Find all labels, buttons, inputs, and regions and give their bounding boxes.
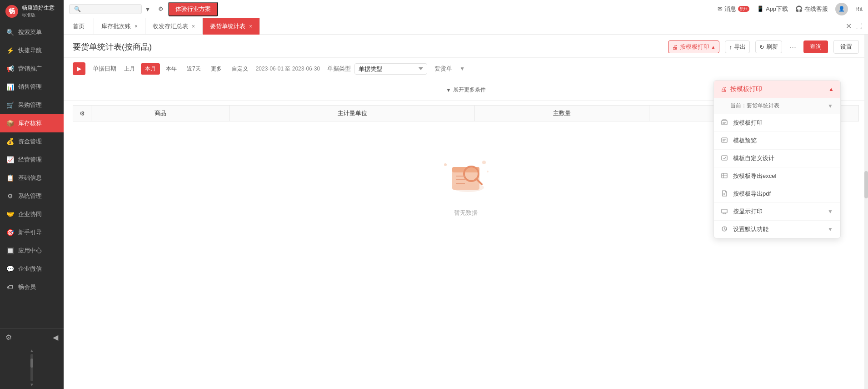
export-excel-icon (721, 172, 728, 180)
query-btn[interactable]: 查询 (803, 40, 828, 53)
template-print-btn[interactable]: 🖨 按模板打印 ▲ (668, 40, 720, 53)
sidebar-item-marketing[interactable]: 📢 营销推广 (0, 60, 64, 78)
dropdown-item-display-print[interactable]: 按显示打印 ▼ (714, 203, 840, 221)
settings-btn[interactable]: 设置 (833, 40, 859, 54)
sidebar-item-label: 库存核算 (18, 119, 42, 127)
headset-icon: 🎧 (795, 5, 803, 12)
dropdown-item-export-excel[interactable]: 按模板导出excel (714, 167, 840, 185)
date-btn-custom[interactable]: 自定义 (228, 63, 252, 75)
app-version: 标准版 (22, 12, 55, 18)
sidebar-item-purchase[interactable]: 🛒 采购管理 (0, 96, 64, 114)
message-icon: ✉ (718, 5, 723, 12)
tab-order-stats-close[interactable]: × (249, 23, 252, 30)
sidebar-item-sales[interactable]: 📊 销售管理 (0, 78, 64, 96)
page-title: 要货单统计表(按商品) (73, 41, 152, 52)
dropdown-item-set-default[interactable]: 设置默认功能 ▼ (714, 221, 840, 238)
template-preview-label: 模板预览 (733, 136, 757, 145)
topbar-gear-icon[interactable]: ⚙ (158, 5, 164, 12)
type-select[interactable]: 单据类型 (354, 63, 427, 75)
message-btn[interactable]: ✉ 消息 99+ (718, 5, 749, 13)
sidebar-item-wechat[interactable]: 💬 企业微信 (0, 260, 64, 278)
date-btn-7days[interactable]: 近7天 (183, 63, 205, 75)
tab-home[interactable]: 首页 (64, 18, 94, 35)
sidebar-item-guide[interactable]: 🎯 新手引导 (0, 223, 64, 242)
sidebar-item-apps[interactable]: 🔲 应用中心 (0, 242, 64, 260)
dropdown-item-template-print[interactable]: 按模板打印 (714, 114, 840, 132)
more-filter-dropdown[interactable]: ▼ (456, 62, 469, 75)
template-print-item-icon (721, 119, 728, 127)
refresh-btn[interactable]: ↻ 刷新 (755, 40, 782, 53)
export-label: 导出 (734, 43, 746, 51)
app-logo-icon: 畅 (5, 5, 18, 18)
svg-rect-18 (722, 156, 727, 160)
template-design-icon (721, 155, 728, 162)
filter-expand-icon[interactable]: ▶ (73, 62, 85, 75)
scroll-down-btn[interactable]: ▼ (30, 382, 34, 387)
collapse-icon[interactable]: ◀ (53, 333, 58, 342)
more-actions-icon[interactable]: ··· (789, 42, 796, 52)
date-filter-label: 单据日期 (93, 65, 116, 73)
window-maximize-btn[interactable]: ⛶ (855, 22, 863, 30)
app-download-btn[interactable]: 📱 App下载 (757, 5, 788, 13)
sidebar-item-inventory[interactable]: 📦 库存核算 (0, 114, 64, 132)
tab-order-stats[interactable]: 要货单统计表 × (203, 18, 260, 35)
template-print-dropdown: 🖨 按模板打印 ▲ 当前：要货单统计表 ▼ 按模板打印 模板预览 (713, 80, 841, 238)
scroll-up-btn[interactable]: ▲ (30, 348, 34, 353)
trial-btn[interactable]: 体验行业方案 (168, 2, 218, 16)
export-btn[interactable]: ↑ 导出 (725, 40, 750, 53)
dropdown-close-arrow[interactable]: ▲ (828, 86, 834, 92)
sidebar-item-label: 销售管理 (18, 83, 42, 91)
online-service-btn[interactable]: 🎧 在线客服 (795, 5, 828, 13)
window-close-btn[interactable]: ✕ (846, 22, 852, 30)
dropdown-item-export-pdf[interactable]: 按模板导出pdf (714, 185, 840, 203)
settings-bottom-icon[interactable]: ⚙ (5, 333, 12, 342)
message-badge: 99+ (738, 6, 749, 12)
sidebar-item-basic[interactable]: 📋 基础信息 (0, 169, 64, 187)
dropdown-item-template-preview[interactable]: 模板预览 (714, 132, 840, 150)
display-print-icon (721, 208, 728, 216)
th-quantity: 主数量 (475, 106, 649, 121)
sales-icon: 📊 (5, 82, 15, 91)
th-settings[interactable]: ⚙ (73, 106, 91, 121)
tab-receive-summary-close[interactable]: × (192, 23, 195, 30)
export-pdf-label: 按模板导出pdf (733, 190, 771, 198)
tab-inventory-batch-close[interactable]: × (135, 23, 138, 30)
collab-icon: 🤝 (5, 210, 15, 219)
user-avatar[interactable]: 👤 (835, 3, 848, 15)
gear-icon: ⚙ (80, 110, 85, 117)
export-icon: ↑ (729, 44, 732, 51)
date-btn-this-year[interactable]: 本年 (162, 63, 181, 75)
sidebar-item-member[interactable]: 🏷 畅会员 (0, 278, 64, 296)
sidebar-logo: 畅 畅康通好生意 标准版 (0, 0, 64, 23)
sidebar-item-search[interactable]: 🔍 搜索菜单 (0, 23, 64, 41)
tab-receive-summary[interactable]: 收发存汇总表 × (145, 18, 203, 35)
date-btn-this-month[interactable]: 本月 (141, 63, 160, 75)
date-btn-last-month[interactable]: 上月 (120, 63, 139, 75)
sidebar-item-quicknav[interactable]: ⚡ 快捷导航 (0, 41, 64, 60)
sidebar-scrollbar-thumb (30, 359, 33, 368)
th-unit: 主计量单位 (230, 106, 475, 121)
search-icon: 🔍 (5, 28, 15, 37)
printer-header-icon: 🖨 (720, 86, 727, 93)
sidebar-item-label: 系统管理 (18, 192, 42, 200)
dropdown-header[interactable]: 🖨 按模板打印 ▲ (714, 81, 840, 98)
sidebar-item-system[interactable]: ⚙ 系统管理 (0, 187, 64, 205)
svg-point-9 (482, 161, 486, 164)
apps-icon: 🔲 (5, 246, 15, 255)
page-content: 要货单统计表(按商品) 🖨 按模板打印 ▲ ↑ 导出 ↻ 刷新 ··· 查询 设… (64, 35, 868, 389)
tab-inventory-batch[interactable]: 库存批次账 × (94, 18, 145, 35)
date-btn-more[interactable]: 更多 (207, 63, 226, 75)
sidebar-item-operations[interactable]: 📈 经营管理 (0, 151, 64, 169)
dropdown-item-template-design[interactable]: 模板自定义设计 (714, 150, 840, 167)
page-scrollbar[interactable] (864, 35, 868, 389)
sidebar-bottom: ⚙ ◀ (0, 328, 64, 346)
sidebar-item-finance[interactable]: 💰 资金管理 (0, 132, 64, 151)
set-default-arrow: ▼ (828, 226, 833, 232)
dropdown-current-item[interactable]: 当前：要货单统计表 ▼ (714, 98, 840, 114)
date-filter-group: 单据日期 上月 本月 本年 近7天 更多 自定义 2023-06-01 至 20… (93, 63, 320, 75)
guide-icon: 🎯 (5, 228, 15, 237)
empty-svg (439, 149, 493, 203)
expand-icon: ▼ (446, 87, 451, 93)
topbar-dropdown-arrow[interactable]: ▼ (145, 5, 151, 13)
sidebar-item-collab[interactable]: 🤝 企业协同 (0, 205, 64, 223)
